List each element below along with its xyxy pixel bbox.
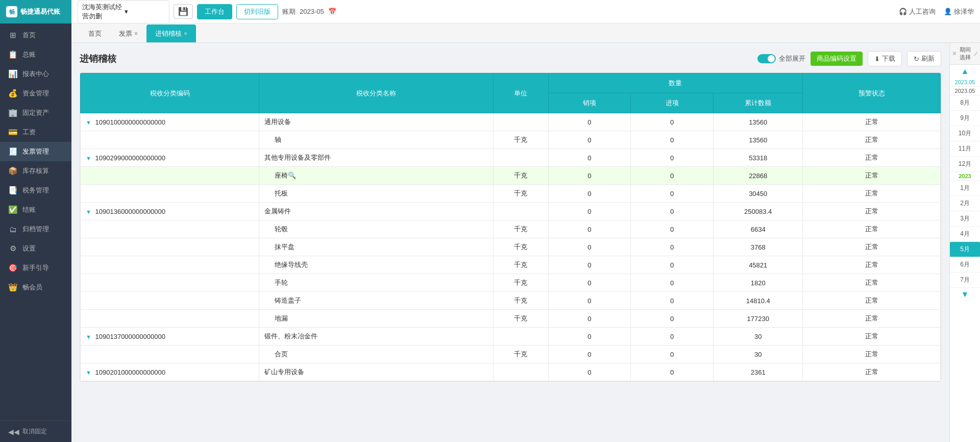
period-selector: ✕ 期间选择 ⤢ ▲ 2023.05 2023.05 8月 9月 10月 11月… (949, 43, 980, 442)
support-item[interactable]: 🎧 人工咨询 (899, 7, 936, 16)
period-month-11[interactable]: 11月 (950, 141, 980, 157)
period-month-4[interactable]: 4月 (950, 227, 980, 242)
period-month-1[interactable]: 1月 (950, 181, 980, 196)
sidebar-item-invoice[interactable]: 🧾发票管理 (0, 142, 71, 161)
workbench-button[interactable]: 工作台 (197, 4, 232, 19)
sidebar-item-settings[interactable]: ⚙设置 (0, 239, 71, 258)
expand-icon[interactable]: ▼ (86, 119, 91, 126)
sidebar-label-tax: 税务管理 (22, 186, 49, 195)
period-selector-close-icon[interactable]: ✕ (952, 50, 957, 57)
cell-name: 地漏 (259, 310, 493, 328)
cell-unit (493, 203, 548, 220)
sidebar-item-inventory[interactable]: 📦库存核算 (0, 161, 71, 181)
period-month-3[interactable]: 3月 (950, 211, 980, 227)
expand-icon[interactable]: ▼ (86, 370, 91, 376)
sidebar-icon-home: ⊞ (8, 31, 17, 40)
cell-name: 轮毂 (259, 220, 493, 238)
cell-unit: 千克 (493, 346, 548, 363)
data-table-container: 税收分类编码 税收分类名称 单位 数量 预警状态 (80, 72, 941, 382)
sidebar-icon-assets: 🏢 (8, 108, 17, 117)
sidebar-item-guide[interactable]: 🎯新手引导 (0, 258, 71, 278)
search-icon[interactable]: 🔍 (288, 171, 296, 179)
cell-sales: 0 (548, 310, 631, 328)
cell-purchase: 0 (631, 113, 714, 131)
sidebar-icon-funds: 💰 (8, 89, 17, 98)
period-month-12[interactable]: 12月 (950, 157, 980, 172)
cell-unit (493, 113, 548, 131)
tab-close-icon[interactable]: × (184, 30, 187, 37)
expand-icon[interactable]: ▼ (86, 155, 91, 161)
cell-name: 绝缘导线壳 (259, 256, 493, 274)
period-up-btn[interactable]: ▲ (950, 65, 980, 78)
sidebar-item-funds[interactable]: 💰资金管理 (0, 84, 71, 103)
th-sales: 销项 (548, 93, 631, 113)
cell-sales: 0 (548, 203, 631, 220)
toggle-label: 全部展开 (779, 54, 805, 63)
topbar: 沈海英测试经营勿删 ▾ 💾 工作台 切到旧版 账期 2023-05 📅 🎧 人工… (71, 0, 980, 23)
sidebar-item-home[interactable]: ⊞首页 (0, 26, 71, 45)
cell-total: 30 (714, 346, 803, 363)
cell-sales: 0 (548, 346, 631, 363)
user-icon: 👤 (944, 8, 952, 15)
sidebar-label-inventory: 库存核算 (22, 166, 49, 176)
save-button[interactable]: 💾 (174, 4, 193, 19)
cell-sales: 0 (548, 220, 631, 238)
sidebar-icon-member: 👑 (8, 283, 17, 292)
sidebar-item-ledger[interactable]: 📋总账 (0, 45, 71, 64)
sidebar-item-member[interactable]: 👑畅会员 (0, 278, 71, 297)
refresh-button[interactable]: ↻ 刷新 (907, 51, 941, 66)
tab-发票[interactable]: 发票× (110, 24, 146, 42)
sidebar-item-tax[interactable]: 📑税务管理 (0, 181, 71, 200)
period-scroll[interactable]: ▲ 2023.05 2023.05 8月 9月 10月 11月 12月 2023… (950, 65, 980, 442)
table-row: 手轮 千克 0 0 1820 正常 (81, 274, 941, 292)
period-month-7[interactable]: 7月 (950, 273, 980, 288)
cell-total: 53318 (714, 149, 803, 167)
sidebar-item-reports[interactable]: 📊报表中心 (0, 64, 71, 84)
download-button[interactable]: ⬇ 下载 (868, 51, 902, 66)
tab-进销稽核[interactable]: 进销稽核× (146, 24, 196, 42)
cell-purchase: 0 (631, 149, 714, 167)
table-row: 抹平盘 千克 0 0 3768 正常 (81, 238, 941, 256)
switch-version-button[interactable]: 切到旧版 (236, 4, 278, 19)
sidebar-item-salary[interactable]: 💳工资 (0, 122, 71, 142)
cell-total: 6634 (714, 220, 803, 238)
cell-code (81, 167, 259, 185)
switch-track[interactable] (757, 54, 776, 63)
tab-label: 发票 (119, 29, 132, 38)
period-month-9[interactable]: 9月 (950, 111, 980, 126)
expand-icon[interactable]: ▼ (86, 334, 91, 340)
table-row: ▼ 1090136000000000000 金属铸件 0 0 250083.4 … (81, 203, 941, 220)
period-down-btn[interactable]: ▼ (950, 288, 980, 301)
sidebar-item-settlement[interactable]: ✅结账 (0, 200, 71, 219)
user-item[interactable]: 👤 徐泽华 (944, 7, 974, 16)
calendar-icon[interactable]: 📅 (328, 8, 336, 15)
page-header: 进销稽核 全部展开 商品编码设置 ⬇ 下载 ↻ 刷 (80, 51, 941, 66)
tab-label: 进销稽核 (155, 29, 182, 38)
sidebar-footer[interactable]: ◀◀ 取消固定 (0, 421, 71, 442)
sidebar: 畅 畅捷通易代账 ⊞首页📋总账📊报表中心💰资金管理🏢固定资产💳工资🧾发票管理📦库… (0, 0, 71, 442)
cell-purchase: 0 (631, 346, 714, 363)
cell-sales: 0 (548, 328, 631, 346)
sidebar-label-guide: 新手引导 (22, 263, 49, 273)
period-month-8[interactable]: 8月 (950, 95, 980, 111)
period-month-6[interactable]: 6月 (950, 257, 980, 273)
period-year-top: 2023.05 (950, 78, 980, 87)
cell-status: 正常 (803, 238, 941, 256)
sidebar-item-assets[interactable]: 🏢固定资产 (0, 103, 71, 122)
company-selector[interactable]: 沈海英测试经营勿删 ▾ (78, 0, 169, 23)
expand-icon[interactable]: ▼ (86, 209, 91, 215)
sidebar-item-archive[interactable]: 🗂归档管理 (0, 219, 71, 239)
th-total: 累计数额 (714, 93, 803, 113)
product-code-button[interactable]: 商品编码设置 (811, 52, 863, 66)
page-title: 进销稽核 (80, 53, 116, 65)
main-area: 沈海英测试经营勿删 ▾ 💾 工作台 切到旧版 账期 2023-05 📅 🎧 人工… (71, 0, 980, 442)
expand-toggle[interactable]: 全部展开 (757, 54, 805, 63)
tab-close-icon[interactable]: × (134, 30, 138, 37)
period-month-10[interactable]: 10月 (950, 126, 980, 141)
period-expand-icon[interactable]: ⤢ (973, 51, 978, 57)
period-month-2[interactable]: 2月 (950, 196, 980, 211)
tab-首页[interactable]: 首页 (80, 24, 110, 42)
cell-code (81, 256, 259, 274)
logo-icon: 畅 (6, 6, 17, 17)
period-month-5[interactable]: 5月 (950, 242, 980, 257)
